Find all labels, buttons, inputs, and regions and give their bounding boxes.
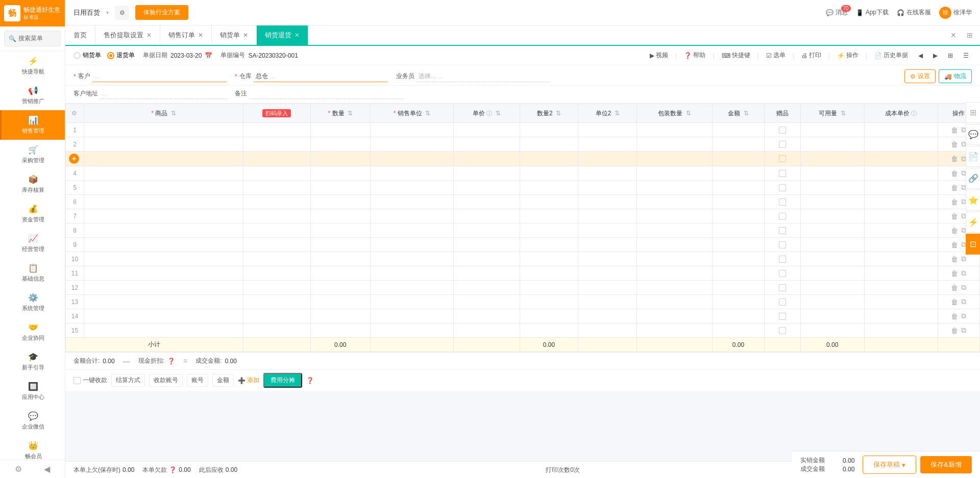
delete-icon[interactable]: 🗑 (951, 312, 958, 320)
unit2-cell[interactable] (578, 152, 637, 166)
qty2-sort-icon[interactable]: ⇅ (556, 110, 561, 117)
gift-checkbox[interactable] (779, 127, 786, 134)
tab-sale-order[interactable]: 销售订单 ✕ (160, 26, 212, 45)
copy-icon[interactable]: ⧉ (961, 312, 966, 320)
unit-price-info-icon[interactable]: ⓘ (486, 110, 492, 116)
avail-sort-icon[interactable]: ⇅ (841, 110, 846, 117)
copy-icon[interactable]: ⧉ (961, 326, 966, 335)
gift-checkbox[interactable] (779, 227, 786, 234)
price-sort-icon[interactable]: ⇅ (496, 110, 501, 117)
gift-checkbox[interactable] (779, 284, 786, 291)
package-qty-cell[interactable] (637, 152, 713, 166)
copy-icon[interactable]: ⧉ (961, 269, 966, 278)
package-qty-cell[interactable] (637, 137, 713, 152)
quantity-cell[interactable] (310, 152, 370, 166)
amount-sort-icon[interactable]: ⇅ (744, 110, 749, 117)
delete-icon[interactable]: 🗑 (951, 255, 958, 263)
side-panel-icon-6[interactable]: ⚡ (966, 212, 980, 233)
gift-checkbox[interactable] (779, 298, 786, 306)
quantity2-cell[interactable] (520, 152, 578, 166)
toolbar-print-button[interactable]: 🖨 打印 (798, 50, 824, 61)
quantity-cell[interactable] (310, 123, 370, 137)
delete-icon[interactable]: 🗑 (951, 269, 958, 278)
save-draft-button[interactable]: 保存草稿 ▾ (863, 456, 916, 474)
delete-icon[interactable]: 🗑 (951, 198, 958, 206)
product-cell[interactable] (84, 123, 243, 137)
amount-cell[interactable] (712, 152, 764, 166)
copy-icon[interactable]: ⧉ (961, 297, 966, 306)
toolbar-select-button[interactable]: ☑ 选单 (763, 50, 789, 61)
account-select[interactable]: 账号 (187, 374, 208, 387)
quantity-cell[interactable] (310, 137, 370, 152)
sidebar-settings-button[interactable]: ⚙ (15, 464, 22, 474)
copy-icon[interactable]: ⧉ (961, 255, 966, 263)
gift-checkbox[interactable] (779, 170, 786, 177)
tab-sale-price[interactable]: 售价提取设置 ✕ (95, 26, 160, 45)
gift-checkbox[interactable] (779, 241, 786, 248)
gift-checkbox[interactable] (779, 256, 786, 263)
app-download-button[interactable]: 📱 App下载 (856, 8, 889, 17)
gift-checkbox[interactable] (779, 313, 786, 320)
one-click-payment-checkbox[interactable]: 一键收款 (74, 376, 107, 385)
payment-checkbox[interactable] (74, 377, 81, 384)
copy-icon[interactable]: ⧉ (961, 283, 966, 292)
tab-sale-order-close[interactable]: ✕ (198, 32, 203, 39)
delete-icon[interactable]: 🗑 (951, 241, 958, 249)
package-qty-cell[interactable] (637, 123, 713, 137)
sidebar-item-basic[interactable]: 📋 基础信息 (0, 258, 65, 288)
toolbar-video-button[interactable]: ▶ 视频 (647, 50, 671, 61)
toolbar-operations-button[interactable]: ⚡ 操作 (834, 50, 862, 61)
list-view-button[interactable]: ☰ (960, 51, 972, 60)
gift-checkbox[interactable] (779, 184, 786, 191)
radio-sale-goods[interactable]: 销货单 (74, 51, 101, 60)
unit2-cell[interactable] (578, 137, 637, 152)
prev-record-button[interactable]: ◀ (915, 51, 926, 60)
delete-icon[interactable]: 🗑 (951, 227, 958, 235)
delete-icon[interactable]: 🗑 (951, 169, 958, 178)
logistics-button[interactable]: 🚚 物流 (939, 69, 972, 83)
delete-icon[interactable]: 🗑 (951, 212, 958, 220)
search-menu-button[interactable]: 🔍 搜索菜单 (4, 31, 61, 46)
sidebar-collapse-button[interactable]: ◀ (44, 464, 50, 474)
product-cell-active[interactable] (84, 152, 243, 166)
unit-price-cell[interactable] (454, 137, 520, 152)
delete-row-icon[interactable]: 🗑 (951, 126, 958, 134)
sidebar-item-wechat[interactable]: 💬 企业微信 (0, 406, 65, 436)
sale-unit-cell[interactable] (370, 123, 453, 137)
delete-icon[interactable]: 🗑 (951, 284, 958, 292)
staff-input[interactable]: 选择... ... (416, 71, 549, 82)
product-input-field[interactable] (87, 155, 240, 162)
add-payment-button[interactable]: ➕ 添加 (238, 376, 259, 385)
sidebar-item-purchase[interactable]: 🛒 采购管理 (0, 140, 65, 169)
scan-input-button[interactable]: 扫码录入 (262, 109, 291, 117)
side-panel-icon-7-active[interactable]: ⊡ (966, 234, 980, 255)
delete-icon[interactable]: 🗑 (951, 326, 958, 335)
experience-button[interactable]: 体验行业方案 (135, 5, 188, 20)
sale-unit-cell[interactable] (370, 137, 453, 152)
toolbar-help-button[interactable]: ❓ 帮助 (681, 50, 708, 61)
notification-button[interactable]: 💬 消息 70 (826, 8, 848, 17)
gift-checkbox[interactable] (779, 213, 786, 220)
save-new-button[interactable]: 保存&新增 (920, 456, 972, 473)
side-panel-icon-1[interactable]: ⊞ (966, 102, 980, 123)
sidebar-item-marketing[interactable]: 📢 营销推广 (0, 81, 65, 110)
sidebar-item-system[interactable]: ⚙️ 系统管理 (0, 288, 65, 317)
gift-checkbox[interactable] (779, 155, 786, 162)
gift-checkbox[interactable] (779, 327, 786, 334)
sale-unit-cell[interactable] (370, 152, 453, 166)
sidebar-item-guide[interactable]: 🎓 新手引导 (0, 347, 65, 376)
unit-price-cell[interactable] (454, 123, 520, 137)
delete-row-icon[interactable]: 🗑 (951, 155, 958, 163)
grid-view-button[interactable]: ⊞ (945, 51, 956, 60)
tab-home[interactable]: 首页 (65, 26, 95, 45)
add-row-button[interactable]: + (69, 154, 79, 164)
address-input[interactable]: ... (100, 88, 227, 99)
delete-icon[interactable]: 🗑 (951, 184, 958, 192)
single-debit-info-icon[interactable]: ❓ (169, 466, 177, 473)
discount-info-icon[interactable]: ❓ (167, 358, 175, 365)
unit2-sort-icon[interactable]: ⇅ (615, 110, 620, 117)
sidebar-item-shortcut[interactable]: ⚡ 快捷导航 (0, 51, 65, 81)
unit-sort-icon[interactable]: ⇅ (425, 110, 430, 117)
user-profile-button[interactable]: 徐 徐泽华 (939, 7, 972, 19)
fee-split-button[interactable]: 费用分摊 (263, 373, 302, 388)
